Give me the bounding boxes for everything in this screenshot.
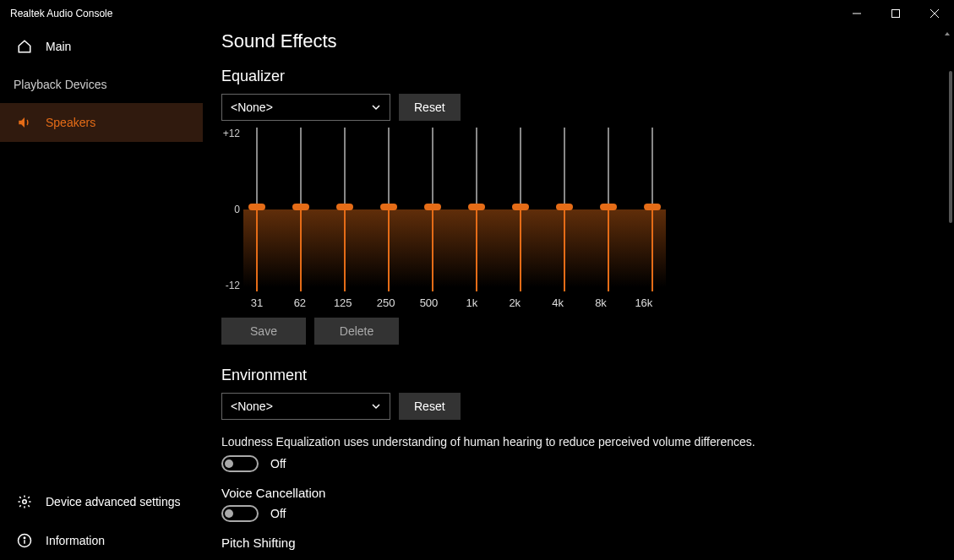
loudness-toggle-label: Off: [270, 457, 286, 470]
svg-point-4: [23, 500, 27, 504]
scroll-up-icon[interactable]: [940, 27, 954, 41]
select-value: <None>: [231, 101, 273, 114]
select-value: <None>: [231, 400, 273, 413]
eq-slider-250[interactable]: [380, 128, 397, 291]
sidebar: Main Playback Devices Speakers Device ad…: [0, 27, 203, 560]
maximize-button[interactable]: [876, 0, 915, 27]
eq-slider-4k[interactable]: [556, 128, 573, 291]
close-button[interactable]: [915, 0, 954, 27]
eq-slider-2k[interactable]: [512, 128, 529, 291]
scrollbar[interactable]: [940, 27, 954, 560]
window-title: Realtek Audio Console: [10, 8, 112, 19]
gear-icon: [17, 494, 32, 509]
home-icon: [17, 39, 32, 54]
svg-rect-1: [892, 10, 900, 18]
eq-frequency-labels: 31 62 125 250 500 1k 2k 4k 8k 16k: [243, 291, 666, 309]
equalizer-save-button[interactable]: Save: [221, 318, 306, 345]
chevron-down-icon: [371, 102, 381, 112]
chevron-down-icon: [371, 401, 381, 411]
sidebar-item-information[interactable]: Information: [0, 521, 203, 560]
environment-title: Environment: [221, 367, 954, 384]
sidebar-section-label: Playback Devices: [14, 78, 107, 91]
eq-scale-labels: +12 0 -12: [221, 128, 243, 291]
sidebar-item-label: Main: [46, 40, 71, 53]
window-controls: [837, 0, 954, 27]
voice-cancellation-toggle-label: Off: [270, 507, 286, 520]
info-icon: [17, 533, 32, 548]
main-panel: Sound Effects Equalizer <None> Reset +12…: [203, 27, 954, 560]
equalizer-title: Equalizer: [221, 68, 954, 85]
sidebar-item-label: Device advanced settings: [46, 495, 181, 508]
title-bar: Realtek Audio Console: [0, 0, 954, 27]
equalizer-preset-select[interactable]: <None>: [221, 94, 390, 121]
sidebar-item-label: Information: [46, 534, 105, 547]
equalizer-sliders: [243, 128, 666, 291]
loudness-description: Loudness Equalization uses understanding…: [221, 435, 954, 449]
voice-cancellation-title: Voice Cancellation: [221, 486, 954, 500]
page-title: Sound Effects: [221, 30, 954, 52]
eq-slider-8k[interactable]: [600, 128, 617, 291]
svg-point-7: [24, 537, 25, 539]
eq-slider-125[interactable]: [336, 128, 353, 291]
eq-slider-31[interactable]: [248, 128, 265, 291]
eq-slider-1k[interactable]: [468, 128, 485, 291]
eq-slider-62[interactable]: [292, 128, 309, 291]
environment-reset-button[interactable]: Reset: [399, 393, 461, 420]
equalizer-delete-button[interactable]: Delete: [314, 318, 399, 345]
pitch-shifting-title: Pitch Shifting: [221, 536, 954, 550]
sidebar-item-speakers[interactable]: Speakers: [0, 103, 203, 142]
sidebar-item-advanced[interactable]: Device advanced settings: [0, 482, 203, 521]
equalizer-reset-button[interactable]: Reset: [399, 94, 461, 121]
scroll-thumb[interactable]: [949, 71, 952, 223]
speaker-icon: [17, 115, 32, 130]
eq-slider-500[interactable]: [424, 128, 441, 291]
sidebar-item-main[interactable]: Main: [0, 27, 203, 66]
environment-select[interactable]: <None>: [221, 393, 390, 420]
voice-cancellation-toggle[interactable]: [221, 505, 259, 522]
sidebar-item-label: Speakers: [46, 116, 95, 129]
loudness-toggle[interactable]: [221, 455, 259, 472]
sidebar-section-playback: Playback Devices: [0, 66, 203, 103]
eq-slider-16k[interactable]: [644, 128, 661, 291]
minimize-button[interactable]: [837, 0, 876, 27]
